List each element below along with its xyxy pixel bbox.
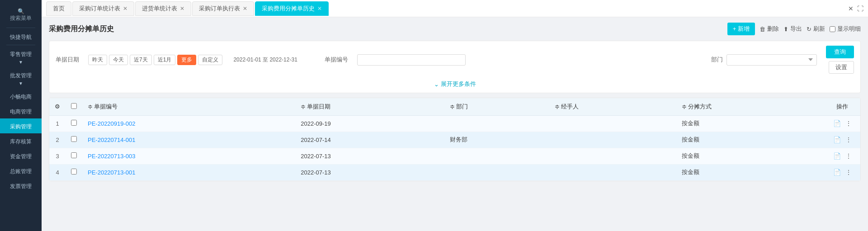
date-btn-1month[interactable]: 近1月 (154, 55, 176, 65)
date-btn-more[interactable]: 更多 (177, 55, 196, 65)
close-icon[interactable]: ✕ (243, 5, 247, 12)
table-row: 1 PE-20220919-002 2022-09-19 按金额 📄 ⋮ (49, 115, 860, 132)
filter-date-buttons: 昨天 今天 近7天 近1月 更多 自定义 (88, 55, 222, 65)
row-select-checkbox[interactable] (71, 152, 77, 158)
handler-sort[interactable]: ≑ 经手人 (555, 103, 670, 111)
sidebar-item-invoice[interactable]: 发票管理 (0, 178, 42, 193)
close-icon[interactable]: ✕ (317, 5, 322, 12)
sidebar-item-purchase[interactable]: 采购管理 (0, 118, 42, 133)
doc-number-sort[interactable]: ≑ 单据编号 (88, 103, 290, 111)
doc-number-input[interactable] (357, 54, 466, 66)
settings-icon[interactable]: ⚙ (55, 103, 60, 110)
row-checkbox-1 (66, 115, 82, 132)
expand-more-button[interactable]: ⌄ 展开更多条件 (434, 80, 476, 88)
tab-purchase-stats[interactable]: 采购订单统计表 ✕ (72, 1, 134, 16)
chevron-down-icon: ⌄ (434, 81, 439, 88)
display-detail-toggle[interactable]: 显示明细 (830, 25, 861, 33)
view-icon[interactable]: 📄 (832, 119, 842, 128)
row-dept-4 (444, 164, 550, 180)
view-icon[interactable]: 📄 (832, 135, 842, 144)
row-select-checkbox[interactable] (71, 120, 77, 126)
page-title: 采购费用分摊单历史 (49, 24, 114, 34)
row-method-1: 按金额 (676, 115, 824, 132)
dept-sort[interactable]: ≑ 部门 (450, 103, 544, 111)
table-body: 1 PE-20220919-002 2022-09-19 按金额 📄 ⋮ 2 (49, 115, 860, 180)
date-sort[interactable]: ≑ 单据日期 (301, 103, 439, 111)
row-num-4: 4 (49, 164, 66, 180)
doc-link[interactable]: PE-20220714-001 (88, 137, 136, 143)
th-method[interactable]: ≑ 分摊方式 (676, 98, 824, 115)
settings-button[interactable]: 设置 (829, 61, 854, 74)
tab-home[interactable]: 首页 (46, 1, 71, 16)
row-actions-3: 📄 ⋮ (824, 148, 860, 164)
more-icon[interactable]: ⋮ (844, 151, 853, 160)
dept-select[interactable]: 财务部 (726, 54, 817, 66)
maximize-icon[interactable]: ⛶ (857, 5, 863, 12)
query-button[interactable]: 查询 (826, 46, 854, 58)
tab-purchase-exec[interactable]: 采购订单执行表 ✕ (192, 1, 254, 16)
close-icon[interactable]: ✕ (123, 5, 127, 12)
row-doc-no-1: PE-20220919-002 (82, 115, 295, 132)
row-date-4: 2022-07-13 (295, 164, 444, 180)
date-btn-7days[interactable]: 近7天 (130, 55, 152, 65)
close-all-tabs-icon[interactable]: ✕ (848, 5, 854, 12)
refresh-button[interactable]: ↻ 刷新 (807, 25, 825, 33)
more-icon[interactable]: ⋮ (844, 119, 853, 128)
sidebar: 🔍 搜索菜单 快捷导航 零售管理 ▼ 批发管理 ▼ 小畅电商 电商管理 采购管理… (0, 0, 42, 231)
row-select-checkbox[interactable] (71, 136, 77, 142)
sidebar-item-finance[interactable]: 资金管理 (0, 148, 42, 163)
row-actions-2: 📄 ⋮ (824, 132, 860, 148)
sidebar-item-ecommerce-small[interactable]: 小畅电商 (0, 89, 42, 104)
more-icon[interactable]: ⋮ (844, 168, 853, 177)
export-button[interactable]: ⬆ 导出 (783, 25, 802, 33)
method-sort[interactable]: ≑ 分摊方式 (682, 103, 819, 111)
row-select-checkbox[interactable] (71, 169, 77, 174)
sidebar-item-ecommerce[interactable]: 电商管理 (0, 104, 42, 118)
th-dept[interactable]: ≑ 部门 (444, 98, 550, 115)
th-settings[interactable]: ⚙ (49, 98, 66, 115)
sidebar-item-wholesale[interactable]: 批发管理 ▼ (0, 67, 42, 89)
row-handler-3 (549, 148, 676, 164)
sidebar-item-quick-nav[interactable]: 快捷导航 (0, 29, 42, 44)
date-btn-yesterday[interactable]: 昨天 (88, 55, 107, 65)
th-handler[interactable]: ≑ 经手人 (549, 98, 676, 115)
date-btn-custom[interactable]: 自定义 (198, 55, 222, 65)
sidebar-item-search-menu[interactable]: 🔍 搜索菜单 (0, 4, 42, 27)
more-icon[interactable]: ⋮ (844, 135, 853, 144)
row-dept-2: 财务部 (444, 132, 550, 148)
row-date-2: 2022-07-14 (295, 132, 444, 148)
add-button[interactable]: + 新增 (727, 23, 755, 35)
row-dept-1 (444, 115, 550, 132)
sidebar-item-inventory[interactable]: 库存核算 (0, 133, 42, 148)
sidebar-item-retail[interactable]: 零售管理 ▼ (0, 46, 42, 67)
sidebar-divider-1 (6, 28, 35, 28)
doc-link[interactable]: PE-20220919-002 (88, 120, 136, 127)
view-icon[interactable]: 📄 (832, 151, 842, 160)
row-handler-4 (549, 164, 676, 180)
sidebar-divider-2 (6, 45, 35, 45)
row-handler-1 (549, 115, 676, 132)
delete-button[interactable]: 🗑 🗑 删除 删除 (760, 25, 779, 33)
filter-row-1: 单据日期 昨天 今天 近7天 近1月 更多 自定义 2022-01-01 至 2… (56, 46, 854, 74)
th-date[interactable]: ≑ 单据日期 (295, 98, 444, 115)
row-actions-4: 📄 ⋮ (824, 164, 860, 180)
export-icon: ⬆ (783, 26, 788, 33)
page-body: 采购费用分摊单历史 + 新增 🗑 🗑 删除 删除 ⬆ 导出 ↻ 刷新 (42, 17, 868, 231)
doc-link[interactable]: PE-20220713-003 (88, 153, 136, 160)
tab-incoming-stats[interactable]: 进货单统计表 ✕ (135, 1, 191, 16)
view-icon[interactable]: 📄 (832, 168, 842, 177)
date-btn-today[interactable]: 今天 (109, 55, 128, 65)
doc-link[interactable]: PE-20220713-001 (88, 169, 136, 176)
display-detail-checkbox[interactable] (830, 26, 835, 32)
th-doc-number[interactable]: ≑ 单据编号 (82, 98, 295, 115)
tab-bar: 首页 采购订单统计表 ✕ 进货单统计表 ✕ 采购订单执行表 ✕ 采购费用分摊单历… (42, 0, 868, 17)
sidebar-item-ledger[interactable]: 总账管理 (0, 163, 42, 178)
table-row: 3 PE-20220713-003 2022-07-13 按金额 📄 ⋮ (49, 148, 860, 164)
close-icon[interactable]: ✕ (180, 5, 184, 12)
row-actions-1: 📄 ⋮ (824, 115, 860, 132)
chevron-down-icon: ▼ (19, 60, 23, 65)
select-all-checkbox[interactable] (71, 103, 77, 109)
delete-icon: 🗑 (760, 26, 765, 33)
tab-purchase-cost-history[interactable]: 采购费用分摊单历史 ✕ (255, 1, 329, 16)
row-num-2: 2 (49, 132, 66, 148)
